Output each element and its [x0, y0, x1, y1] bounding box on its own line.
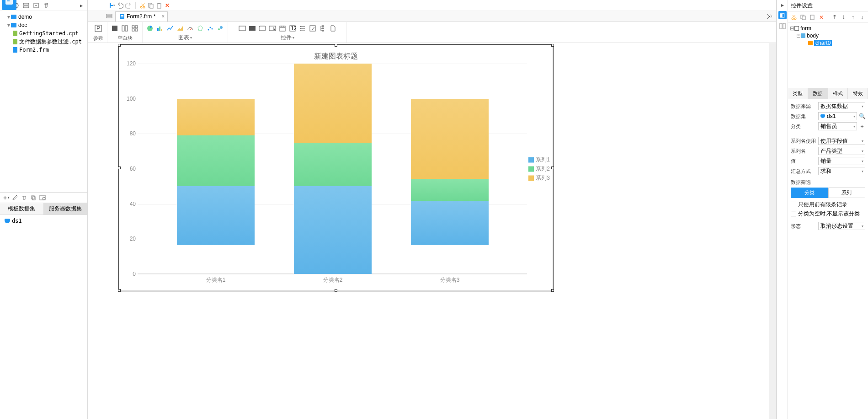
tree-node-form[interactable]: ⊟form	[790, 25, 866, 32]
blank-fill-icon[interactable]	[111, 25, 118, 32]
dock-tab-2[interactable]	[778, 22, 787, 30]
seg-category[interactable]: 分类	[791, 188, 828, 198]
category-select[interactable]: 销售员▾	[818, 122, 857, 130]
document-tab[interactable]: Form2.frm * ×	[115, 11, 168, 21]
expand-right-icon[interactable]: ▸	[779, 2, 786, 8]
paste-icon[interactable]	[809, 14, 815, 21]
tab-list-icon[interactable]	[106, 13, 112, 20]
bar-chart-icon[interactable]	[156, 25, 164, 32]
radar-icon[interactable]	[197, 25, 204, 32]
bubble-icon[interactable]	[217, 25, 224, 32]
value-select[interactable]: 销量▾	[818, 157, 865, 165]
tree-file[interactable]: GettingStarted.cpt	[0, 29, 87, 38]
prop-label: 形态	[791, 223, 816, 230]
edit-dataset-icon[interactable]	[12, 194, 18, 201]
tab-type[interactable]: 类型	[788, 88, 808, 99]
text-input-icon[interactable]	[239, 25, 246, 32]
chart-widget[interactable]: 新建图表标题 020406080100120分类名1分类名2分类名3系列1系列2…	[119, 45, 553, 291]
svg-rect-18	[157, 3, 161, 8]
tree-file[interactable]: 文件数据集参数过滤.cpt	[0, 38, 87, 46]
pie-chart-icon[interactable]	[146, 25, 154, 32]
copy-dataset-icon[interactable]	[30, 194, 37, 201]
undo-icon[interactable]	[117, 2, 123, 9]
copy-icon[interactable]	[148, 2, 154, 9]
tree-icon[interactable]	[319, 25, 326, 32]
tab-server-dataset[interactable]: 服务器数据集	[44, 203, 88, 215]
svg-rect-57	[322, 30, 324, 31]
resize-handle[interactable]	[118, 289, 121, 292]
expand-panel-icon[interactable]: ▸	[78, 2, 85, 9]
delete-icon[interactable]: ✕	[164, 2, 170, 9]
label-icon[interactable]	[249, 25, 256, 32]
vertical-scrollbar[interactable]	[769, 43, 776, 419]
copy-icon[interactable]	[800, 14, 806, 21]
tab-effect[interactable]: 特效	[848, 88, 868, 99]
tab-template-dataset[interactable]: 模板数据集	[0, 203, 44, 215]
shape-select[interactable]: 取消形态设置▾	[818, 222, 865, 230]
move-top-icon[interactable]: ⤒	[831, 14, 838, 21]
checkbox-hide-empty[interactable]: 分类为空时,不显示该分类	[791, 209, 865, 218]
tree-node-chart[interactable]: chart0	[790, 39, 866, 47]
resize-handle[interactable]	[118, 44, 121, 47]
blank-grid-icon[interactable]	[131, 25, 138, 32]
dataset-item[interactable]: ds1	[2, 217, 85, 225]
move-up-icon[interactable]: ↑	[850, 14, 856, 21]
check-icon[interactable]	[309, 25, 316, 32]
line-chart-icon[interactable]	[166, 25, 174, 32]
collapse-icon[interactable]	[33, 2, 39, 9]
delete-dataset-icon[interactable]	[21, 194, 27, 201]
checkbox-limit[interactable]: 只使用前有限条记录	[791, 200, 865, 209]
agg-select[interactable]: 求和▾	[818, 167, 865, 175]
tree-folder-demo[interactable]: ▾demo	[0, 13, 87, 21]
ribbon-label: 空白块	[117, 35, 133, 42]
paste-icon[interactable]	[156, 2, 162, 9]
resize-handle[interactable]	[335, 289, 337, 292]
app-logo-button[interactable]	[2, 0, 16, 10]
move-bottom-icon[interactable]: ⤓	[841, 14, 847, 21]
area-chart-icon[interactable]	[176, 25, 184, 32]
resize-handle[interactable]	[335, 44, 337, 47]
resize-handle[interactable]	[551, 167, 554, 169]
blank-cols-icon[interactable]	[121, 25, 128, 32]
dataset-select[interactable]: ds1▾	[818, 112, 857, 120]
tab-style[interactable]: 样式	[828, 88, 848, 99]
svg-point-53	[300, 30, 301, 31]
tab-options-icon[interactable]	[767, 14, 776, 19]
file-icon[interactable]	[329, 25, 336, 32]
ribbon-label: 参数	[93, 35, 103, 42]
gauge-icon[interactable]	[186, 25, 194, 32]
combo-icon[interactable]	[269, 25, 276, 32]
tree-node-body[interactable]: ⊟body	[790, 32, 866, 39]
resize-handle[interactable]	[551, 44, 554, 47]
tab-data[interactable]: 数据	[808, 88, 828, 99]
resize-handle[interactable]	[551, 289, 554, 292]
save-icon[interactable]: ▾	[109, 2, 115, 9]
canvas[interactable]: 新建图表标题 020406080100120分类名1分类名2分类名3系列1系列2…	[88, 43, 769, 419]
add-dataset-icon[interactable]: ＋▾	[3, 194, 9, 201]
list-icon[interactable]	[299, 25, 306, 32]
scatter-icon[interactable]	[207, 25, 214, 32]
delete-icon[interactable]: ✕	[818, 14, 825, 21]
redo-icon[interactable]	[125, 2, 132, 9]
preview-dataset-icon[interactable]	[39, 194, 46, 201]
date-icon[interactable]	[279, 25, 286, 32]
param-icon[interactable]: P	[95, 25, 102, 32]
view-icon[interactable]	[23, 2, 29, 9]
cut-icon[interactable]	[791, 14, 797, 21]
delete-icon[interactable]	[43, 2, 49, 9]
series-use-select[interactable]: 使用字段值▾	[818, 137, 865, 145]
resize-handle[interactable]	[118, 167, 121, 169]
cut-icon[interactable]	[139, 2, 146, 9]
data-source-select[interactable]: 数据集数据▾	[818, 102, 865, 110]
dock-tab-1[interactable]: ◧	[778, 11, 787, 19]
search-icon[interactable]: 🔍	[859, 113, 865, 119]
button-icon[interactable]	[259, 25, 266, 32]
close-tab-icon[interactable]: ×	[161, 13, 165, 20]
add-icon[interactable]: ＋	[859, 123, 865, 129]
move-down-icon[interactable]: ↓	[859, 14, 865, 21]
tree-file[interactable]: Form2.frm	[0, 46, 87, 54]
seg-series[interactable]: 系列	[828, 188, 866, 198]
number-icon[interactable]: 12	[289, 25, 296, 32]
series-name-select[interactable]: 产品类型▾	[818, 147, 865, 155]
tree-folder-doc[interactable]: ▾doc	[0, 21, 87, 29]
